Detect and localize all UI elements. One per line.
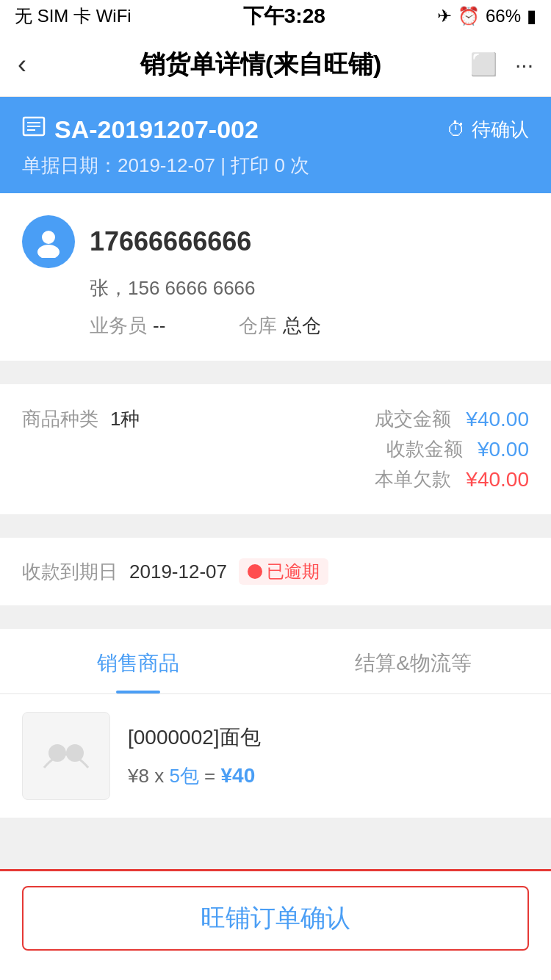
more-icon[interactable]: ··· bbox=[515, 52, 533, 77]
product-types-label: 商品种类 bbox=[22, 406, 98, 432]
share-icon[interactable]: ⬜ bbox=[470, 51, 497, 77]
owed-amount-value: ¥40.00 bbox=[466, 468, 529, 491]
alarm-icon: ⏰ bbox=[458, 6, 480, 26]
owed-amount-label: 本单欠款 bbox=[375, 466, 451, 492]
warehouse-value: 总仓 bbox=[283, 313, 321, 339]
product-name: [0000002]面包 bbox=[128, 724, 529, 752]
order-status: ⏱ 待确认 bbox=[447, 117, 529, 143]
product-item: [0000002]面包 ¥8 x 5包 = ¥40 bbox=[0, 694, 551, 818]
deal-amount-value: ¥40.00 bbox=[466, 408, 529, 431]
product-thumbnail bbox=[22, 712, 110, 800]
status-right: ✈ ⏰ 66% ▮ bbox=[437, 6, 536, 26]
avatar bbox=[22, 215, 75, 268]
divider-2 bbox=[0, 526, 551, 538]
svg-point-5 bbox=[37, 245, 60, 258]
status-left: 无 SIM 卡 WiFi bbox=[15, 4, 132, 28]
product-total: ¥40 bbox=[221, 764, 256, 787]
divider-1 bbox=[0, 372, 551, 384]
customer-card: 17666666666 张，156 6666 6666 业务员 -- 仓库 总仓 bbox=[0, 193, 551, 361]
status-time: 下午3:28 bbox=[243, 2, 325, 30]
location-icon: ✈ bbox=[437, 6, 452, 26]
confirm-order-button[interactable]: 旺铺订单确认 bbox=[22, 886, 529, 951]
tab-sales-products[interactable]: 销售商品 bbox=[0, 629, 276, 693]
product-qty: 5包 bbox=[169, 765, 198, 787]
page-title: 销货单详情(来自旺铺) bbox=[62, 48, 460, 82]
divider-3 bbox=[0, 617, 551, 629]
salesperson-value: -- bbox=[153, 314, 165, 337]
svg-point-4 bbox=[42, 231, 55, 244]
received-amount-value: ¥0.00 bbox=[478, 438, 529, 461]
battery-icon: ▮ bbox=[527, 6, 536, 26]
equals-sign: = bbox=[204, 765, 215, 787]
back-button[interactable]: ‹ bbox=[18, 49, 62, 80]
tab-settlement[interactable]: 结算&物流等 bbox=[276, 629, 551, 693]
status-bar: 无 SIM 卡 WiFi 下午3:28 ✈ ⏰ 66% ▮ bbox=[0, 0, 551, 32]
overdue-badge: 已逾期 bbox=[239, 558, 328, 585]
salesperson-label: 业务员 bbox=[90, 313, 147, 339]
clock-icon: ⏱ bbox=[447, 118, 466, 141]
received-amount-label: 收款金额 bbox=[386, 436, 463, 462]
bottom-bar: 旺铺订单确认 bbox=[0, 869, 551, 980]
price-text: ¥8 x bbox=[128, 765, 164, 787]
summary-card: 商品种类 1种 成交金额 ¥40.00 收款金额 ¥0.00 本单欠款 ¥40.… bbox=[0, 384, 551, 514]
warehouse-label: 仓库 bbox=[239, 313, 277, 339]
sim-status: 无 SIM 卡 WiFi bbox=[15, 4, 132, 28]
nav-actions: ⬜ ··· bbox=[460, 51, 533, 77]
product-info: [0000002]面包 ¥8 x 5包 = ¥40 bbox=[128, 724, 529, 789]
tabs-bar: 销售商品 结算&物流等 bbox=[0, 629, 551, 694]
customer-name: 张，156 6666 6666 bbox=[90, 275, 529, 301]
order-header: SA-20191207-002 ⏱ 待确认 单据日期：2019-12-07 | … bbox=[0, 97, 551, 193]
order-id: SA-20191207-002 bbox=[22, 115, 259, 144]
due-date-label: 收款到期日 bbox=[22, 559, 118, 585]
product-price: ¥8 x 5包 = ¥40 bbox=[128, 763, 529, 789]
product-types-value: 1种 bbox=[110, 406, 140, 432]
amount-summary: 成交金额 ¥40.00 收款金额 ¥0.00 本单欠款 ¥40.00 bbox=[375, 406, 529, 492]
svg-point-7 bbox=[66, 744, 84, 762]
order-date: 单据日期：2019-12-07 | 打印 0 次 bbox=[22, 153, 529, 179]
overdue-dot-icon bbox=[248, 564, 262, 579]
customer-phone: 17666666666 bbox=[90, 226, 251, 257]
due-date-card: 收款到期日 2019-12-07 已逾期 bbox=[0, 538, 551, 605]
svg-point-6 bbox=[48, 744, 66, 762]
deal-amount-label: 成交金额 bbox=[375, 406, 451, 432]
battery-level: 66% bbox=[486, 6, 521, 26]
due-date-value: 2019-12-07 bbox=[129, 561, 227, 583]
customer-meta: 业务员 -- 仓库 总仓 bbox=[90, 313, 529, 339]
nav-bar: ‹ 销货单详情(来自旺铺) ⬜ ··· bbox=[0, 32, 551, 97]
order-icon bbox=[22, 115, 46, 144]
